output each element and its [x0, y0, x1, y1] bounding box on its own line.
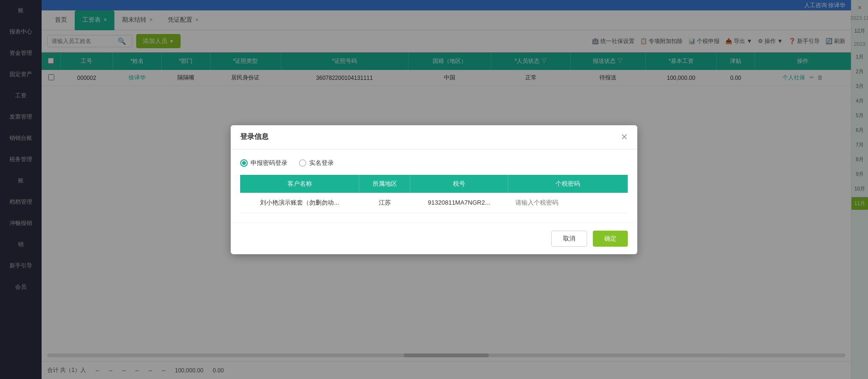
radio-password-circle [240, 159, 248, 167]
client-password-cell[interactable] [508, 193, 627, 213]
modal-overlay: 登录信息 ✕ 申报密码登录 实名登录 客户名称 [0, 0, 868, 379]
dialog-title: 登录信息 [240, 132, 269, 141]
dialog-close-btn[interactable]: ✕ [621, 132, 628, 142]
dialog-header: 登录信息 ✕ [231, 125, 637, 149]
confirm-button[interactable]: 确定 [593, 231, 628, 247]
dialog-footer: 取消 确定 [231, 223, 637, 254]
login-type-radio-group: 申报密码登录 实名登录 [240, 159, 628, 167]
radio-realname-login[interactable]: 实名登录 [299, 159, 334, 167]
login-dialog: 登录信息 ✕ 申报密码登录 实名登录 客户名称 [231, 125, 637, 254]
client-tax-number-cell: 91320811MA7NGR2... [410, 193, 508, 213]
radio-password-login[interactable]: 申报密码登录 [240, 159, 287, 167]
tax-password-input[interactable] [515, 199, 620, 206]
dialog-body: 申报密码登录 实名登录 客户名称 所属地区 税号 个税密码 [231, 149, 637, 223]
client-name-cell: 刘小艳演示账套（勿删勿动... [240, 193, 359, 213]
client-table: 客户名称 所属地区 税号 个税密码 刘小艳演示账套（勿删勿动... 江苏 913… [240, 175, 628, 213]
col-client-name: 客户名称 [240, 175, 359, 193]
client-table-row: 刘小艳演示账套（勿删勿动... 江苏 91320811MA7NGR2... [240, 193, 628, 213]
cancel-button[interactable]: 取消 [551, 231, 587, 247]
radio-realname-circle [299, 159, 306, 167]
col-region: 所属地区 [359, 175, 410, 193]
client-region-cell: 江苏 [359, 193, 410, 213]
col-tax-password: 个税密码 [508, 175, 627, 193]
col-tax-number: 税号 [410, 175, 508, 193]
